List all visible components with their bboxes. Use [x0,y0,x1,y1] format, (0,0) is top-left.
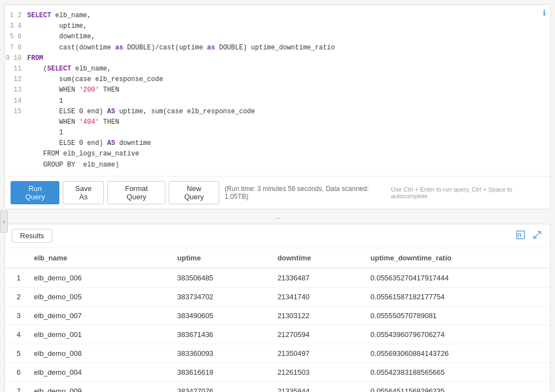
table-row: 2 elb_demo_005 383734702 21341740 0.0556… [5,287,550,306]
sidebar-toggle[interactable]: ‹ [0,210,8,233]
cell-ratio: 0.05561587182177754 [364,287,550,306]
code-content[interactable]: SELECT elb_name, uptime, downtime, cast(… [27,11,550,170]
cell-elb-name: elb_demo_001 [27,325,170,344]
table-row: 7 elb_demo_009 383427076 21335844 0.0556… [5,381,550,392]
table-row: 5 elb_demo_008 383360093 21350497 0.0556… [5,344,550,363]
table-row: 1 elb_demo_006 383506485 21336487 0.0556… [5,268,550,288]
main-container: ‹ ℹ 1 2 3 4 5 6 7 8 9 10 11 12 13 14 15 … [0,4,555,392]
row-num: 5 [5,344,27,363]
cell-uptime: 383490605 [170,306,271,325]
cell-downtime: 21336487 [271,268,364,288]
col-header-downtime: downtime [271,248,364,268]
cell-elb-name: elb_demo_005 [27,287,170,306]
expand-icon[interactable] [531,229,543,243]
results-tab[interactable]: Results [12,229,52,243]
row-num: 4 [5,325,27,344]
cell-downtime: 21261503 [271,363,364,381]
toolbar: Run Query Save As Format Query New Query… [5,176,550,209]
hint-text: Use Ctrl + Enter to run query, Ctrl + Sp… [391,186,544,199]
info-icon[interactable]: ℹ [543,8,546,17]
col-header-uptime: uptime [170,248,271,268]
query-panel: ℹ 1 2 3 4 5 6 7 8 9 10 11 12 13 14 15 SE… [4,4,551,209]
cell-elb-name: elb_demo_009 [27,381,170,392]
col-header-elb-name: elb_name [27,248,170,268]
format-query-button[interactable]: Format Query [107,181,165,204]
cell-uptime: 383506485 [170,268,271,288]
cell-elb-name: elb_demo_006 [27,268,170,288]
download-icon[interactable] [514,229,527,243]
row-num: 7 [5,381,27,392]
run-info: (Run time: 3 minutes 56 seconds, Data sc… [225,185,388,200]
results-header: Results [5,224,550,248]
editor-area[interactable]: 1 2 3 4 5 6 7 8 9 10 11 12 13 14 15 SELE… [5,5,550,176]
cell-elb-name: elb_demo_008 [27,344,170,363]
svg-line-4 [537,232,541,235]
new-query-button[interactable]: New Query [169,181,219,204]
cell-ratio: 0.05543960796706274 [364,325,550,344]
table-row: 6 elb_demo_004 383616619 21261503 0.0554… [5,363,550,381]
row-num: 1 [5,268,27,288]
cell-uptime: 383616619 [170,363,271,381]
cell-downtime: 21270594 [271,325,364,344]
table-row: 4 elb_demo_001 383671436 21270594 0.0554… [5,325,550,344]
table-header: elb_name uptime downtime uptime_downtime… [5,248,550,268]
cell-ratio: 0.05542383188565665 [364,363,550,381]
cell-ratio: 0.055693060884143726 [364,344,550,363]
cell-ratio: 0.055550570789081 [364,306,550,325]
svg-line-5 [534,235,537,238]
row-num: 6 [5,363,27,381]
cell-downtime: 21335844 [271,381,364,392]
save-as-button[interactable]: Save As [63,181,104,204]
results-panel: Results [4,224,551,392]
results-table: elb_name uptime downtime uptime_downtime… [5,248,550,392]
cell-uptime: 383427076 [170,381,271,392]
cell-downtime: 21341740 [271,287,364,306]
line-numbers: 1 2 3 4 5 6 7 8 9 10 11 12 13 14 15 [5,11,27,170]
table-row: 3 elb_demo_007 383490605 21303122 0.0555… [5,306,550,325]
run-query-button[interactable]: Run Query [11,181,59,204]
cell-elb-name: elb_demo_004 [27,363,170,381]
row-num: 3 [5,306,27,325]
col-header-num [5,248,27,268]
cell-downtime: 21350497 [271,344,364,363]
table-body: 1 elb_demo_006 383506485 21336487 0.0556… [5,268,550,392]
results-icons [514,229,543,243]
cell-elb-name: elb_demo_007 [27,306,170,325]
cell-uptime: 383671436 [170,325,271,344]
cell-uptime: 383360093 [170,344,271,363]
cell-ratio: 0.055635270417917444 [364,268,550,288]
cell-downtime: 21303122 [271,306,364,325]
col-header-ratio: uptime_downtime_ratio [364,248,550,268]
cell-ratio: 0.05564511568296235 [364,381,550,392]
row-num: 2 [5,287,27,306]
divider[interactable]: ... [0,209,555,224]
cell-uptime: 383734702 [170,287,271,306]
